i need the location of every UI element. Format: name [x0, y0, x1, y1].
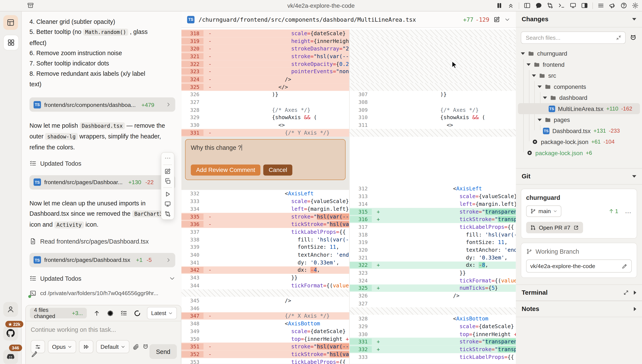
diff-line-new-311[interactable]: 311 <> — [350, 121, 516, 129]
send-button[interactable]: Send — [150, 344, 177, 359]
tree-item-dashboard-tsx[interactable]: TSDashboard.tsx+131-233 — [516, 125, 642, 136]
files-changed-chip[interactable]: 4 files changed +3... — [30, 308, 87, 318]
diff-line-old-341[interactable]: 341 dy: '0.33em', — [181, 258, 349, 266]
diff-line-old-352[interactable]: 352- tickStroke="hsl(var(--bo — [181, 350, 349, 358]
copy-icon[interactable] — [164, 178, 171, 184]
diff-line-old-347[interactable]: 347- {/* X Axis */} — [181, 312, 349, 320]
diff-line-new-308[interactable]: 308 — [350, 98, 516, 106]
arrow-up-icon[interactable] — [94, 310, 101, 316]
read-file-row[interactable]: Read frontend/src/pages/Dashboard.tsx — [30, 238, 175, 245]
diff-line-old-340[interactable]: 340 textAnchor: 'end', — [181, 251, 349, 258]
diff-line-new-318[interactable]: 318 fill: 'hsl(var(--muted — [350, 231, 516, 238]
diff-file-header[interactable]: TS /churnguard/frontend/src/components/d… — [181, 12, 516, 28]
diff-line-new-331[interactable]: 331+ stroke="transparent" — [350, 338, 516, 346]
diff-line-old-324[interactable]: 324- /> — [181, 75, 349, 83]
mode-select[interactable]: Default — [96, 340, 129, 353]
diff-line-new-328[interactable]: 328 <AxisBottom — [350, 315, 516, 322]
diff-line-new-322[interactable]: 322+ dx: -8, — [350, 262, 516, 269]
diff-line-old-339[interactable]: 339 fontSize: 11, — [181, 244, 349, 251]
diff-line-new-326[interactable]: 326 /> — [350, 292, 516, 300]
file-change-chip[interactable]: TSfrontend/src/pages/Dashboard.tsx+1-5 — [30, 253, 175, 267]
working-branch-field[interactable]: vk/4e2a-explore-the-code — [526, 260, 632, 272]
diff-line-new-325[interactable]: 325+ numTicks={5} — [350, 284, 516, 292]
diff-line-old-328[interactable]: 328 {/* Axes */} — [181, 106, 349, 114]
play-icon[interactable] — [164, 191, 171, 198]
diff-line-old-344[interactable]: 344 tickFormat={(value) => f — [181, 282, 349, 289]
diff-line-new-324[interactable]: 324 tickFormat={(value) => f — [350, 277, 516, 284]
diff-line-new-317[interactable]: 317 tickLabelProps={{ — [350, 223, 516, 231]
panel-left-icon[interactable] — [524, 2, 530, 9]
push-indicator[interactable]: 1 — [608, 208, 618, 214]
expand-icon[interactable] — [623, 290, 629, 296]
diff-line-old-318[interactable]: 318- scale={dateScale} — [181, 30, 349, 37]
diff-line-old-326[interactable]: 326 )} — [181, 90, 349, 98]
diff-line-new-323[interactable]: 323 }} — [350, 269, 516, 277]
diff-line-old-336[interactable]: 336- tickStroke="hsl(var(--bo — [181, 220, 349, 228]
diff-line-old-353[interactable]: 353 tickLabelProps={{ — [181, 358, 349, 364]
git-compare-icon[interactable] — [164, 210, 171, 217]
diff-line-old-330[interactable]: 330 <> — [181, 121, 349, 129]
skip-forward-button[interactable] — [79, 340, 94, 353]
diff-line-new-330[interactable]: 330 top={innerHeight + margi — [350, 330, 516, 338]
drag-dots-icon[interactable] — [164, 155, 171, 162]
diff-line-new-333[interactable]: 333 tickLabelProps={{ — [350, 353, 516, 361]
diff-line-old-331[interactable]: 331- {/* Y Axis */} — [181, 129, 349, 137]
diff-line-new-332[interactable]: 332+ tickStroke="transparent" — [350, 346, 516, 353]
chevron-down-icon[interactable] — [169, 275, 175, 282]
edit-icon[interactable] — [164, 168, 171, 175]
terminal-icon[interactable] — [558, 2, 565, 9]
comment-text-input[interactable]: Why this change ? — [191, 144, 340, 151]
changes-section-header[interactable]: Changes — [516, 12, 642, 27]
git-compare-icon[interactable] — [547, 2, 553, 9]
diff-line-old-327[interactable]: 327 — [181, 98, 349, 106]
model-select[interactable]: Opus — [48, 340, 76, 353]
base-branch-select[interactable]: main — [526, 206, 561, 217]
diff-line-new-327[interactable]: 327 — [350, 300, 516, 307]
tree-item-churnguard[interactable]: churnguard — [516, 48, 642, 59]
monitor-icon[interactable] — [569, 2, 576, 9]
todo-list-icon[interactable] — [120, 310, 127, 316]
tree-item-dashboard[interactable]: dashboard — [516, 92, 642, 103]
comment-box[interactable]: Why this change ?Add Review CommentCance… — [185, 139, 346, 180]
monitor-icon[interactable] — [164, 200, 171, 207]
diff-line-old-334[interactable]: 334 left={margin.left} — [181, 205, 349, 213]
terminal-command-row[interactable]: cd /private/var/folders/10/h7w0q46556ggr… — [30, 290, 175, 296]
todo-update-row[interactable]: Updated Todos — [30, 160, 175, 167]
terminal-section-header[interactable]: Terminal — [516, 285, 642, 301]
caret-down-icon[interactable] — [537, 86, 541, 88]
diff-line-old-338[interactable]: 338 fill: 'hsl(var(--muted — [181, 236, 349, 244]
diff-line-new-316[interactable]: 316+ tickStroke="transparent" — [350, 216, 516, 223]
diff-line-old-350[interactable]: 350 top={innerHeight + margi — [181, 335, 349, 343]
workspace-tab[interactable] — [3, 35, 19, 50]
diff-line-old-348[interactable]: 348 <AxisBottom — [181, 320, 349, 328]
tree-item-package-lock-json[interactable]: package-lock.json+61-104 — [516, 136, 642, 147]
cat-icon[interactable] — [629, 34, 637, 42]
tree-item-frontend[interactable]: frontend — [516, 59, 642, 70]
tree-item-src[interactable]: src — [516, 70, 642, 81]
git-section-header[interactable]: Git — [516, 169, 642, 184]
account-button[interactable] — [3, 302, 18, 317]
diff-line-old-332[interactable]: 332 <AxisLeft — [181, 190, 349, 198]
diff-line-old-319[interactable]: 319- height={innerHeight} — [181, 37, 349, 45]
collapse-all-icon[interactable] — [507, 2, 514, 9]
diff-line-old-343[interactable]: 343 }} — [181, 274, 349, 282]
diff-line-new-309[interactable]: 309 {/* Axes */} — [350, 106, 516, 114]
announcements-icon[interactable] — [609, 2, 616, 9]
diff-line-new-319[interactable]: 319 fontSize: 11, — [350, 238, 516, 246]
diff-line-new-307[interactable]: 307 )} — [350, 90, 516, 98]
burst-icon[interactable] — [107, 310, 114, 316]
cancel-button[interactable]: Cancel — [263, 164, 293, 175]
collapse-icon[interactable] — [616, 35, 621, 40]
cat-icon[interactable] — [142, 343, 149, 350]
diff-line-new-312[interactable]: 312 <AxisLeft — [350, 185, 516, 192]
version-select[interactable]: Latest — [147, 307, 177, 319]
diff-line-old-346[interactable]: 346 — [181, 304, 349, 312]
diff-line-new-315[interactable]: 315+ stroke="transparent" — [350, 208, 516, 216]
open-pr-button[interactable]: Open PR #7 — [526, 222, 583, 233]
caret-down-icon[interactable] — [537, 118, 541, 121]
help-icon[interactable] — [620, 2, 627, 9]
pause-icon[interactable] — [496, 2, 503, 9]
diff-line-old-337[interactable]: 337 tickLabelProps={{ — [181, 228, 349, 236]
diff-line-old-335[interactable]: 335- stroke="hsl(var(--border — [181, 213, 349, 220]
file-change-chip[interactable]: TSfrontend/src/components/dashboa...+479 — [30, 98, 175, 112]
